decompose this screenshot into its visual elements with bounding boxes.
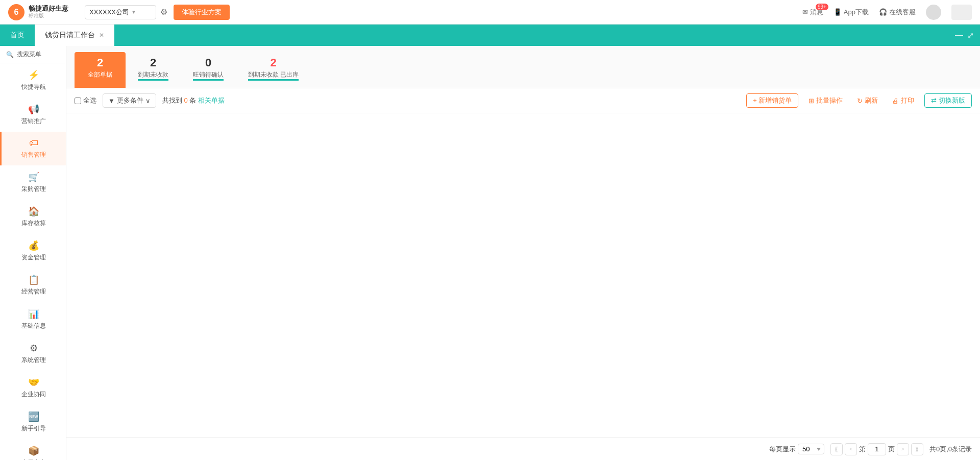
tab-cashflow[interactable]: 钱货日清工作台 ✕ bbox=[35, 25, 114, 46]
more-conditions-btn[interactable]: ▼ 更多条件 ∨ bbox=[103, 93, 156, 108]
tab-close-icon[interactable]: ✕ bbox=[99, 32, 104, 39]
select-all-checkbox[interactable] bbox=[75, 98, 81, 104]
switch-icon: ⇄ bbox=[931, 96, 939, 104]
per-page-label: 每页显示 bbox=[769, 445, 796, 454]
stat-label-pending: 旺铺待确认 bbox=[193, 70, 224, 79]
batch-label: 批量操作 bbox=[816, 96, 843, 105]
online-service-label: 在线客服 bbox=[889, 8, 916, 17]
found-prefix: 共找到 bbox=[162, 96, 182, 104]
brand-name: 畅捷通好生意 bbox=[29, 5, 68, 13]
content-inner: 2 全部单据 2 到期未收款 0 旺铺待确认 2 到期未收款 已出库 bbox=[66, 46, 980, 460]
finance-icon: 💰 bbox=[28, 240, 39, 251]
system-icon: ⚙ bbox=[30, 343, 38, 354]
sidebar-item-finance[interactable]: 💰 资金管理 bbox=[0, 234, 66, 268]
page-next-btn[interactable]: ＞ bbox=[897, 443, 909, 455]
company-selector[interactable]: XXXXXX公司 ▼ bbox=[85, 5, 156, 19]
found-count-num: 0 bbox=[184, 96, 188, 104]
operations-icon: 📋 bbox=[28, 274, 39, 285]
toolbar: 全选 ▼ 更多条件 ∨ 共找到 0 条 相关单据 + 新增销货单 bbox=[66, 88, 980, 113]
sidebar-search-btn[interactable]: 🔍 搜索菜单 bbox=[0, 46, 66, 63]
app-center-icon: 📦 bbox=[28, 445, 39, 456]
company-name: XXXXXX公司 bbox=[89, 8, 129, 17]
page-last-btn[interactable]: ⟫ bbox=[911, 443, 923, 455]
sidebar-label-finance: 资金管理 bbox=[21, 253, 46, 262]
print-btn[interactable]: 🖨 打印 bbox=[888, 94, 918, 107]
service-icon: 🎧 bbox=[879, 8, 887, 16]
sidebar-label-quick-nav: 快捷导航 bbox=[21, 83, 46, 91]
total-info: 共0页,0条记录 bbox=[929, 445, 972, 454]
tab-home[interactable]: 首页 bbox=[0, 25, 35, 46]
stat-num-overdue-out: 2 bbox=[271, 56, 277, 69]
select-all-label[interactable]: 全选 bbox=[75, 96, 96, 105]
stat-tab-overdue[interactable]: 2 到期未收款 bbox=[126, 52, 181, 88]
stat-num-pending: 0 bbox=[205, 56, 211, 69]
sidebar-item-base-info[interactable]: 📊 基础信息 bbox=[0, 302, 66, 336]
switch-label: 切换新版 bbox=[939, 96, 965, 104]
sidebar-label-inventory: 库存核算 bbox=[21, 219, 46, 228]
purchase-icon: 🛒 bbox=[28, 172, 39, 183]
batch-btn[interactable]: ⊞ 批量操作 bbox=[804, 94, 847, 107]
found-unit: 条 bbox=[189, 96, 196, 104]
message-btn[interactable]: ✉ 消息 99+ bbox=[802, 8, 823, 17]
page-input[interactable] bbox=[868, 443, 886, 455]
sidebar-label-guide: 新手引导 bbox=[21, 424, 46, 433]
page-first-btn[interactable]: ⟪ bbox=[830, 443, 843, 455]
base-info-icon: 📊 bbox=[28, 308, 39, 320]
per-page-selector: 每页显示 50 100 200 bbox=[769, 444, 824, 454]
found-count-text: 共找到 0 条 相关单据 bbox=[162, 96, 225, 105]
app-logo-icon: 6 bbox=[8, 4, 24, 20]
toolbar-left: 全选 ▼ 更多条件 ∨ 共找到 0 条 相关单据 bbox=[75, 93, 740, 108]
sidebar-item-inventory[interactable]: 🏠 库存核算 bbox=[0, 200, 66, 234]
sidebar-label-purchase: 采购管理 bbox=[21, 185, 46, 193]
page-prev-btn[interactable]: ＜ bbox=[845, 443, 857, 455]
sidebar-item-operations[interactable]: 📋 经营管理 bbox=[0, 268, 66, 302]
sidebar-item-marketing[interactable]: 📢 营销推广 bbox=[0, 98, 66, 132]
sidebar-item-system[interactable]: ⚙ 系统管理 bbox=[0, 336, 66, 371]
related-orders-link[interactable]: 相关单据 bbox=[198, 96, 225, 104]
logo-text: 畅捷通好生意 标准版 bbox=[29, 5, 68, 20]
sidebar-item-cooperation[interactable]: 🤝 企业协同 bbox=[0, 371, 66, 405]
stat-label-overdue: 到期未收款 bbox=[138, 70, 168, 79]
tab-underline-overdue-out bbox=[248, 79, 299, 81]
stat-num-all: 2 bbox=[97, 56, 103, 69]
marketing-icon: 📢 bbox=[28, 104, 39, 115]
sidebar-item-purchase[interactable]: 🛒 采购管理 bbox=[0, 165, 66, 200]
batch-icon: ⊞ bbox=[808, 97, 814, 105]
sales-icon: 🏷 bbox=[29, 138, 38, 149]
online-service-btn[interactable]: 🎧 在线客服 bbox=[879, 8, 916, 17]
add-sales-btn[interactable]: + 新增销货单 bbox=[746, 93, 798, 108]
sidebar-search-label: 搜索菜单 bbox=[17, 50, 41, 59]
message-icon: ✉ bbox=[802, 8, 808, 16]
content-area: 2 全部单据 2 到期未收款 0 旺铺待确认 2 到期未收款 已出库 bbox=[66, 46, 980, 460]
main-layout: 🔍 搜索菜单 ⚡ 快捷导航 📢 营销推广 🏷 销售管理 🛒 采购管理 🏠 库存核… bbox=[0, 46, 980, 460]
settings-icon[interactable]: ⚙ bbox=[160, 7, 167, 17]
tab-underline-overdue bbox=[138, 79, 168, 81]
stat-tab-overdue-out[interactable]: 2 到期未收款 已出库 bbox=[236, 52, 311, 88]
sidebar-item-sales[interactable]: 🏷 销售管理 bbox=[0, 132, 66, 165]
table-empty-area bbox=[66, 113, 980, 438]
sidebar-label-cooperation: 企业协同 bbox=[21, 390, 46, 399]
print-icon: 🖨 bbox=[892, 97, 899, 105]
stat-tab-all[interactable]: 2 全部单据 bbox=[75, 52, 126, 88]
user-menu[interactable] bbox=[951, 5, 972, 20]
tab-underline-pending bbox=[193, 79, 224, 81]
refresh-btn[interactable]: ↻ 刷新 bbox=[853, 94, 882, 107]
tab-maximize-icon[interactable]: ⤢ bbox=[967, 31, 974, 40]
search-icon: 🔍 bbox=[6, 51, 14, 58]
stat-label-overdue-out: 到期未收款 已出库 bbox=[248, 70, 299, 79]
pagination-controls: ⟪ ＜ 第 页 ＞ ⟫ bbox=[830, 443, 923, 455]
experience-btn[interactable]: 体验行业方案 bbox=[174, 5, 230, 20]
page-label: 第 bbox=[859, 445, 866, 454]
sidebar-item-quick-nav[interactable]: ⚡ 快捷导航 bbox=[0, 63, 66, 98]
refresh-label: 刷新 bbox=[865, 96, 878, 105]
sidebar-item-app-center[interactable]: 📦 应用中心 bbox=[0, 439, 66, 460]
stat-tab-pending[interactable]: 0 旺铺待确认 bbox=[181, 52, 236, 88]
app-download-btn[interactable]: 📱 App下载 bbox=[834, 8, 869, 17]
tab-minimize-icon[interactable]: — bbox=[955, 31, 963, 40]
inventory-icon: 🏠 bbox=[28, 206, 39, 217]
avatar[interactable] bbox=[926, 5, 941, 20]
per-page-select[interactable]: 50 100 200 bbox=[798, 444, 824, 454]
sidebar-item-guide[interactable]: 🆕 新手引导 bbox=[0, 405, 66, 439]
switch-version-btn[interactable]: ⇄ 切换新版 bbox=[924, 93, 972, 108]
toolbar-right: + 新增销货单 ⊞ 批量操作 ↻ 刷新 🖨 打印 ⇄ bbox=[746, 93, 972, 108]
